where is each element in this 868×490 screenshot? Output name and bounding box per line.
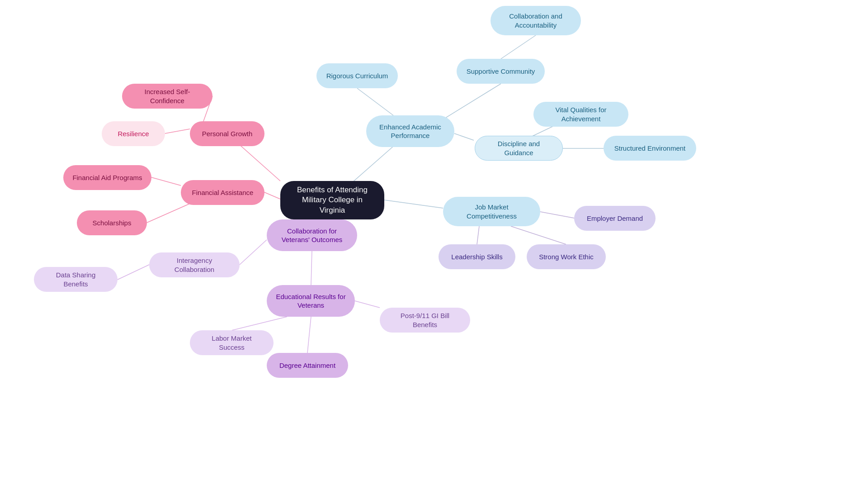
node-employer-demand: Employer Demand <box>574 206 656 231</box>
node-scholarships: Scholarships <box>77 210 147 235</box>
svg-line-14 <box>384 200 443 208</box>
svg-line-13 <box>147 204 190 223</box>
svg-line-21 <box>311 251 312 285</box>
svg-line-17 <box>511 226 566 244</box>
node-collaboration-veterans: Collaboration for Veterans' Outcomes <box>267 219 357 251</box>
svg-line-23 <box>307 317 311 353</box>
svg-line-24 <box>355 301 380 308</box>
svg-line-3 <box>501 35 536 59</box>
node-personal-growth: Personal Growth <box>190 121 264 146</box>
node-collaboration-accountability: Collaboration and Accountability <box>491 6 581 35</box>
node-labor-market: Labor Market Success <box>190 330 274 355</box>
node-structured-environment: Structured Environment <box>604 136 696 161</box>
svg-line-15 <box>540 212 574 218</box>
node-discipline-guidance: Discipline and Guidance <box>475 136 563 161</box>
node-leadership-skills: Leadership Skills <box>439 244 515 269</box>
node-strong-work-ethic: Strong Work Ethic <box>527 244 606 269</box>
center-node: Benefits of Attending Military College i… <box>280 181 384 219</box>
node-data-sharing: Data Sharing Benefits <box>34 267 118 292</box>
node-post-911: Post-9/11 GI Bill Benefits <box>380 308 470 333</box>
node-enhanced-academic: Enhanced Academic Performance <box>366 115 454 147</box>
node-educational-results: Educational Results for Veterans <box>267 285 355 317</box>
svg-line-9 <box>165 129 190 133</box>
svg-line-2 <box>439 84 501 122</box>
node-vital-qualities: Vital Qualities for Achievement <box>533 102 628 127</box>
node-resilience: Resilience <box>102 121 165 146</box>
node-increased-self-confidence: Increased Self-Confidence <box>122 84 212 109</box>
node-supportive-community: Supportive Community <box>457 59 545 84</box>
node-rigorous-curriculum: Rigorous Curriculum <box>316 63 398 88</box>
svg-line-20 <box>118 265 149 280</box>
node-degree-attainment: Degree Attainment <box>267 353 348 378</box>
svg-line-16 <box>477 226 479 244</box>
node-interagency-collaboration: Interagency Collaboration <box>149 252 240 277</box>
svg-line-12 <box>151 177 181 186</box>
svg-line-4 <box>454 133 474 140</box>
svg-line-10 <box>264 192 280 199</box>
svg-line-1 <box>357 88 393 115</box>
node-job-market: Job Market Competitiveness <box>443 197 540 226</box>
node-financial-assistance: Financial Assistance <box>181 180 264 205</box>
svg-line-22 <box>232 317 287 330</box>
svg-line-19 <box>240 240 267 265</box>
node-financial-aid-programs: Financial Aid Programs <box>63 165 151 190</box>
